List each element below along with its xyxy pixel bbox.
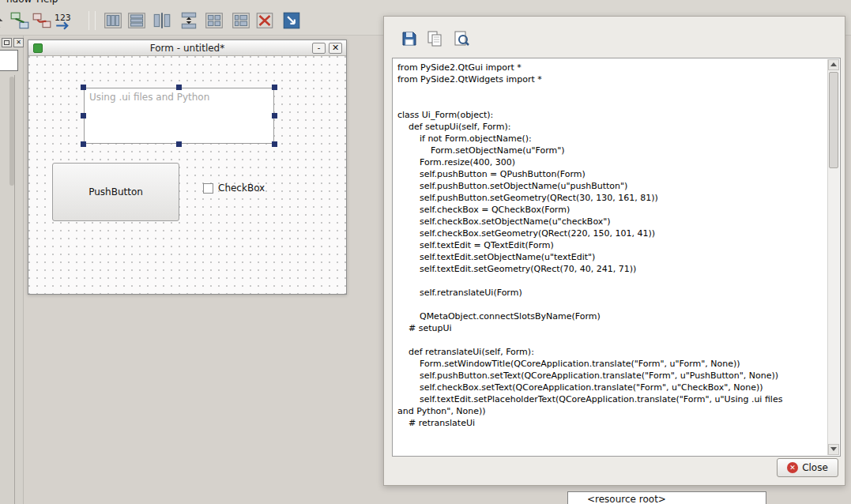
- toolbar-separator: [88, 11, 89, 30]
- left-dock-panel: ✕: [0, 36, 24, 504]
- break-layout-icon[interactable]: [254, 10, 275, 31]
- code-preview-dialog: from PySide2.QtGui import * from PySide2…: [383, 16, 845, 486]
- checkbox-label: CheckBox: [218, 182, 265, 194]
- arrow-down-icon: [830, 447, 837, 451]
- selection-handle[interactable]: [272, 141, 277, 147]
- form-close-button[interactable]: ✕: [329, 43, 342, 54]
- scroll-up-button[interactable]: [828, 59, 839, 70]
- edit-signals-slots-icon[interactable]: [9, 10, 30, 31]
- checkbox-widget[interactable]: CheckBox: [203, 182, 265, 194]
- dialog-toolbar: [384, 17, 845, 53]
- application-window: ndow Help 123: [0, 0, 851, 504]
- textedit-placeholder: Using .ui files and Python: [89, 92, 269, 103]
- edit-tab-order-icon[interactable]: 123: [52, 10, 76, 31]
- form-minimize-button[interactable]: -: [312, 43, 326, 54]
- toolbar-separator: [95, 11, 96, 30]
- layout-splitter-horizontal-icon[interactable]: [152, 10, 172, 31]
- panel-divider: [14, 75, 15, 504]
- form-designer-window: Form - untitled* - ✕ Using .ui files and…: [28, 39, 347, 295]
- selection-handle[interactable]: [81, 85, 86, 90]
- close-icon: ✕: [16, 39, 21, 46]
- layout-vertical-icon[interactable]: [126, 10, 147, 31]
- svg-text:123: 123: [55, 13, 71, 23]
- textedit-widget[interactable]: Using .ui files and Python: [84, 88, 274, 144]
- adjust-size-icon[interactable]: [281, 10, 302, 31]
- form-title: Form - untitled*: [28, 43, 346, 54]
- selection-handle[interactable]: [176, 85, 182, 90]
- edit-buddies-icon[interactable]: [32, 10, 52, 31]
- menu-item-help[interactable]: Help: [36, 0, 58, 5]
- find-icon[interactable]: [452, 29, 471, 48]
- code-text: from PySide2.QtGui import * from PySide2…: [394, 60, 826, 454]
- copy-icon[interactable]: [425, 29, 444, 48]
- selection-handle[interactable]: [176, 141, 182, 147]
- selection-handle[interactable]: [272, 113, 277, 118]
- arrow-up-icon: [830, 62, 837, 66]
- layout-horizontal-icon[interactable]: [103, 10, 123, 31]
- scrollbar-thumb[interactable]: [829, 72, 838, 168]
- layout-form-icon[interactable]: [231, 10, 251, 31]
- float-icon: [4, 40, 9, 45]
- layout-splitter-vertical-icon[interactable]: [179, 10, 199, 31]
- selection-handle[interactable]: [81, 113, 86, 118]
- selection-handle[interactable]: [272, 85, 277, 90]
- edit-widgets-icon[interactable]: [0, 10, 8, 31]
- dock-close-button[interactable]: ✕: [13, 38, 24, 47]
- menu-item-window[interactable]: ndow: [6, 0, 32, 5]
- pushbutton-widget[interactable]: PushButton: [52, 163, 179, 221]
- left-scrollbar-thumb[interactable]: [9, 77, 14, 186]
- close-button[interactable]: ✕ Close: [777, 458, 838, 477]
- layout-grid-icon[interactable]: [204, 10, 224, 31]
- close-button-label: Close: [802, 462, 828, 473]
- menu-bar: ndow Help: [0, 0, 851, 6]
- form-canvas[interactable]: Using .ui files and Python PushButton Ch…: [28, 56, 346, 294]
- widget-filter-input[interactable]: [0, 50, 18, 71]
- dock-float-button[interactable]: [2, 38, 12, 47]
- resource-browser: <resource root>: [567, 491, 766, 504]
- resource-root-item[interactable]: <resource root>: [568, 492, 766, 504]
- code-area[interactable]: from PySide2.QtGui import * from PySide2…: [392, 58, 841, 457]
- save-icon[interactable]: [400, 29, 419, 48]
- form-titlebar[interactable]: Form - untitled* - ✕: [28, 40, 346, 56]
- scroll-down-button[interactable]: [828, 444, 839, 455]
- close-circle-icon: ✕: [787, 462, 798, 473]
- vertical-scrollbar[interactable]: [827, 59, 839, 455]
- selection-handle[interactable]: [81, 141, 86, 147]
- checkbox-indicator[interactable]: [203, 183, 213, 194]
